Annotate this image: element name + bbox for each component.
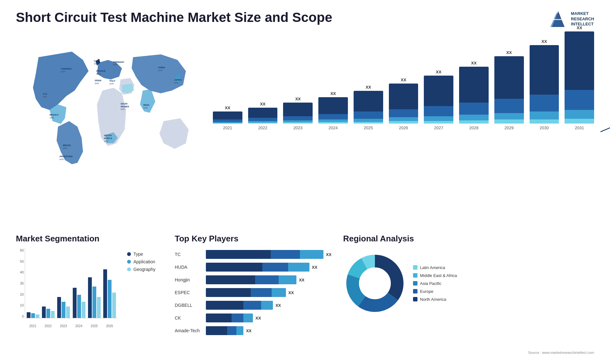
- seg-bar-0: [88, 277, 92, 318]
- seg-bar-1: [62, 302, 65, 318]
- seg-x-label-2025: 2025: [88, 324, 100, 328]
- france-value: xx%: [96, 73, 100, 75]
- germany-value: xx%: [113, 64, 117, 66]
- seg-bar-group-2026: [103, 248, 116, 318]
- svg-point-11: [359, 267, 391, 299]
- seg-bar-0: [27, 312, 30, 318]
- player-bar-seg-2: [243, 313, 253, 322]
- saudi-label2: ARABIA: [120, 105, 129, 108]
- bar-year-2022: 2022: [258, 125, 268, 130]
- player-bar-container-TC: XX: [206, 250, 337, 259]
- bar-seg-1: [318, 114, 348, 120]
- player-bar-label-TC: XX: [326, 252, 331, 257]
- uk-value: xx%: [94, 63, 98, 65]
- bar-seg-1: [354, 111, 383, 119]
- bar-top-label-2031: XX: [577, 25, 582, 30]
- seg-bar-0: [57, 297, 61, 318]
- bar-seg-3: [318, 122, 348, 124]
- seg-bar-2: [82, 302, 85, 318]
- bar-group-2028: XX2028: [459, 61, 489, 130]
- player-bar-seg-1: [232, 313, 243, 322]
- player-row-HUDA: HUDAXX: [175, 263, 337, 272]
- brazil-value: xx%: [63, 147, 67, 149]
- player-row-CK: CKXX: [175, 313, 337, 322]
- southafrica-label2: AFRICA: [104, 137, 112, 139]
- uk-label: U.K.: [94, 60, 98, 62]
- seg-bar-1: [92, 286, 96, 318]
- color-apac: [413, 281, 417, 286]
- seg-bar-group-2025: [88, 248, 101, 318]
- seg-bar-2: [66, 307, 70, 318]
- bar-seg-1: [459, 103, 489, 115]
- bar-group-2024: XX2024: [318, 91, 348, 130]
- player-bar-label-DGBELL: XX: [275, 303, 281, 308]
- bar-year-2031: 2031: [575, 125, 584, 130]
- player-name-TC: TC: [175, 252, 203, 257]
- north-america-shape: [33, 52, 89, 110]
- seg-bar-1: [31, 313, 35, 318]
- player-name-HUDA: HUDA: [175, 265, 203, 270]
- southafrica-value: xx%: [104, 140, 108, 142]
- bar-year-2021: 2021: [223, 125, 232, 130]
- bar-year-2029: 2029: [505, 125, 514, 130]
- player-bar-wrap-Amade-Tech: [206, 326, 243, 335]
- bar-group-2029: XX2029: [494, 50, 524, 130]
- bar-seg-2: [530, 111, 559, 119]
- player-bar-seg-0: [206, 326, 227, 335]
- bar-top-label-2029: XX: [506, 50, 512, 55]
- player-name-Amade-Tech: Amade-Tech: [175, 328, 203, 333]
- legend-dot-geography: [127, 267, 131, 271]
- bar-seg-1: [494, 99, 524, 113]
- player-bar-seg-2: [288, 263, 309, 272]
- label-latin: Latin America: [420, 265, 445, 270]
- player-bar-seg-2: [261, 301, 273, 310]
- donut-chart-svg: [343, 252, 407, 315]
- player-row-TC: TCXX: [175, 250, 337, 259]
- seg-bar-group-2021: [27, 248, 39, 318]
- player-bar-seg-0: [206, 250, 271, 259]
- bar-top-label-2025: XX: [366, 85, 371, 90]
- bar-seg-1: [389, 109, 418, 117]
- player-bar-label-HUDA: XX: [312, 265, 317, 270]
- top-section: CANADA xx% U.S. xx% MEXICO xx% BRAZIL xx…: [16, 35, 594, 227]
- bar-seg-2: [389, 117, 418, 121]
- player-name-Hongjin: Hongjin: [175, 277, 203, 282]
- india-value: xx%: [143, 107, 147, 109]
- bar-top-label-2030: XX: [541, 39, 547, 44]
- player-bar-label-CK: XX: [255, 316, 261, 320]
- bar-stack-2026: [389, 84, 418, 124]
- bar-seg-3: [213, 123, 242, 124]
- bar-stack-2025: [354, 91, 383, 124]
- player-bar-seg-0: [206, 263, 262, 272]
- legend-europe: Europe: [413, 289, 457, 294]
- color-mea: [413, 273, 417, 278]
- bar-top-label-2021: XX: [225, 105, 230, 110]
- seg-bar-1: [77, 295, 81, 318]
- bar-seg-2: [318, 119, 348, 122]
- bar-seg-0: [565, 31, 594, 90]
- seg-x-label-2024: 2024: [72, 324, 85, 328]
- bar-seg-3: [530, 119, 559, 124]
- asia-shape: [132, 54, 186, 93]
- bar-group-2025: XX2025: [354, 85, 383, 130]
- legend-label-application: Application: [133, 259, 155, 264]
- player-bar-seg-0: [206, 301, 243, 310]
- players-list: TCXXHUDAXXHongjinXXESPECXXDGBELLXXCKXXAm…: [175, 250, 337, 335]
- legend-dot-type: [127, 252, 131, 256]
- svg-line-3: [600, 49, 610, 132]
- player-name-CK: CK: [175, 315, 203, 320]
- regional-section: Regional Analysis: [337, 234, 594, 354]
- bar-stack-2028: [459, 67, 489, 124]
- bar-group-2026: XX2026: [389, 78, 418, 130]
- germany-label: GERMANY: [113, 61, 125, 63]
- bar-year-2030: 2030: [540, 125, 549, 130]
- player-bar-seg-0: [206, 313, 232, 322]
- world-map-svg: CANADA xx% U.S. xx% MEXICO xx% BRAZIL xx…: [16, 35, 200, 168]
- bar-seg-3: [424, 121, 453, 124]
- donut-legend: Latin America Middle East & Africa Asia …: [413, 265, 457, 302]
- saudi-label: SAUDI: [120, 103, 127, 105]
- player-bar-seg-0: [206, 275, 255, 284]
- bar-seg-0: [459, 67, 489, 103]
- bar-top-label-2022: XX: [260, 102, 265, 106]
- bar-year-2023: 2023: [293, 125, 302, 130]
